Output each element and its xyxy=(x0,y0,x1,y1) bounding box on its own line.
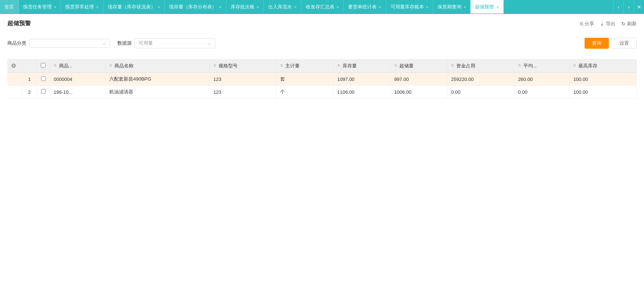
nav-item-inventory-status[interactable]: 现存量（库存状况表） × xyxy=(103,0,165,14)
export-label: 导出 xyxy=(606,21,615,27)
page-title: 超储预警 xyxy=(7,20,31,27)
row-avg-0: 260.00 xyxy=(514,73,570,86)
nav-arrow-left[interactable]: ‹ xyxy=(613,0,623,14)
nav-close-inventory-dist[interactable]: × xyxy=(219,5,221,9)
th-spec[interactable]: ⇅ 规格型号 xyxy=(209,59,277,73)
filter-actions: 查询 设置 xyxy=(585,38,637,49)
datasource-label: 数据源 xyxy=(117,40,132,47)
nav-close-overstock-warning[interactable]: × xyxy=(496,5,498,9)
nav-label-inventory-status: 现存量（库存状况表） xyxy=(108,4,155,10)
th-capital-label: 资金占用 xyxy=(456,63,475,69)
nav-close-inventory-status[interactable]: × xyxy=(158,5,160,9)
nav-label-home: 首页 xyxy=(4,4,14,10)
row-max-stock-1: 100.00 xyxy=(570,86,637,99)
th-unit[interactable]: ⇅ 主计量 xyxy=(277,59,333,73)
th-max-stock[interactable]: ⇅ 最高库存 xyxy=(570,59,637,73)
th-product-code-label: 商品... xyxy=(59,63,73,69)
nav-item-in-out-flow[interactable]: 出入库流水 × xyxy=(264,0,301,14)
sort-icon-overstock: ⇅ xyxy=(394,64,397,67)
page-container: 超储预警 ⎘ 分享 ⇣ 导出 ↻ 刷新 商品分类 ⌄ 数据源 xyxy=(0,14,644,293)
th-product-code[interactable]: ⇅ 商品... xyxy=(50,59,106,73)
sort-icon-spec: ⇅ xyxy=(213,64,216,67)
export-button[interactable]: ⇣ 导出 xyxy=(600,21,615,27)
nav-label-available-account: 可用量库存账本 xyxy=(391,4,424,10)
nav-close-available-account[interactable]: × xyxy=(426,5,428,9)
nav-item-home[interactable]: 首页 xyxy=(0,0,19,14)
nav-item-batch-account[interactable]: 库存批次账 × xyxy=(226,0,264,14)
th-product-name-label: 商品名称 xyxy=(114,63,133,69)
row-overstock-1: 1006.00 xyxy=(390,86,447,99)
row-overstock-0: 997.00 xyxy=(390,73,447,86)
sort-icon-product-code: ⇅ xyxy=(54,64,57,67)
share-label: 分享 xyxy=(585,21,594,27)
datasource-dropdown-icon: ⌄ xyxy=(208,41,211,46)
table-header-row: ⚙ ⇅ 商品... ⇅ 商品名称 xyxy=(7,59,637,73)
nav-item-order-stats[interactable]: 要货单统计表 × xyxy=(344,0,386,14)
nav-item-task-mgmt[interactable]: 拣货任务管理 × xyxy=(19,0,61,14)
sort-icon-max-stock: ⇅ xyxy=(573,64,576,67)
row-seq-0: 1 xyxy=(22,73,37,86)
row-product-name-0: 六配套新昌490BPG xyxy=(106,73,210,86)
th-avg[interactable]: ⇅ 平均... xyxy=(514,59,570,73)
nav-item-inventory-dist[interactable]: 现存量（库存分布表） × xyxy=(165,0,226,14)
table-body: 1 0000004 六配套新昌490BPG 123 套 1097.00 997.… xyxy=(7,73,637,99)
category-select[interactable]: ⌄ xyxy=(29,39,110,48)
category-filter: 商品分类 ⌄ xyxy=(7,39,110,48)
refresh-button[interactable]: ↻ 刷新 xyxy=(621,21,637,27)
nav-close-order-stats[interactable]: × xyxy=(379,5,381,9)
nav-close-batch-account[interactable]: × xyxy=(257,5,259,9)
sort-icon-avg: ⇅ xyxy=(518,64,521,67)
th-max-stock-label: 最高库存 xyxy=(578,63,597,69)
row-avg-1: 0.00 xyxy=(514,86,570,99)
th-stock[interactable]: ⇅ 库存量 xyxy=(333,59,390,73)
nav-close-in-out-flow[interactable]: × xyxy=(294,5,296,9)
table-row: 2 186-10... 机油滤清器 123 个 1106.00 1006.00 … xyxy=(7,86,637,99)
nav-label-abnormal: 拣货异常处理 xyxy=(65,4,94,10)
share-button[interactable]: ⎘ 分享 xyxy=(580,21,594,27)
nav-close-collect-summary[interactable]: × xyxy=(337,5,339,9)
sort-icon-stock: ⇅ xyxy=(337,64,340,67)
th-stock-label: 库存量 xyxy=(343,63,357,69)
table-row: 1 0000004 六配套新昌490BPG 123 套 1097.00 997.… xyxy=(7,73,637,86)
nav-close-abnormal[interactable]: × xyxy=(96,5,98,9)
share-icon: ⎘ xyxy=(580,21,583,27)
refresh-label: 刷新 xyxy=(627,21,637,27)
sort-icon-product-name: ⇅ xyxy=(109,64,112,67)
th-settings: ⚙ xyxy=(7,59,22,73)
row-check-0[interactable] xyxy=(41,76,46,81)
datasource-select-value: 可用量 xyxy=(139,40,153,47)
top-navigation: 首页 拣货任务管理 × 拣货异常处理 × 现存量（库存状况表） × 现存量（库存… xyxy=(0,0,644,14)
row-check-1[interactable] xyxy=(41,89,46,94)
nav-arrow-close[interactable]: ✕ xyxy=(634,0,644,14)
nav-label-order-stats: 要货单统计表 xyxy=(348,4,377,10)
nav-item-collect-summary[interactable]: 收发存汇总表 × xyxy=(301,0,344,14)
th-spec-label: 规格型号 xyxy=(219,63,238,69)
select-all-checkbox[interactable] xyxy=(41,63,45,68)
nav-label-collect-summary: 收发存汇总表 xyxy=(306,4,334,10)
settings-button[interactable]: 设置 xyxy=(612,38,637,49)
nav-arrows-container: ‹ › ✕ xyxy=(613,0,644,14)
row-product-code-1: 186-10... xyxy=(50,86,106,99)
refresh-icon: ↻ xyxy=(621,21,626,27)
th-capital[interactable]: ⇅ 资金占用 xyxy=(447,59,515,73)
nav-item-overstock-warning[interactable]: 超储预警 × xyxy=(471,0,503,14)
nav-label-in-out-flow: 出入库流水 xyxy=(268,4,292,10)
row-seq-1: 2 xyxy=(22,86,37,99)
page-header: 超储预警 ⎘ 分享 ⇣ 导出 ↻ 刷新 xyxy=(7,20,637,27)
nav-item-abnormal[interactable]: 拣货异常处理 × xyxy=(61,0,103,14)
nav-close-expiry-check[interactable]: × xyxy=(464,5,466,9)
row-capital-1: 0.00 xyxy=(447,86,515,99)
th-overstock[interactable]: ⇅ 超储量 xyxy=(390,59,447,73)
th-avg-label: 平均... xyxy=(523,63,537,69)
row-spec-0: 123 xyxy=(209,73,277,86)
settings-gear-icon[interactable]: ⚙ xyxy=(11,63,16,69)
nav-arrow-right[interactable]: › xyxy=(623,0,634,14)
nav-close-task-mgmt[interactable]: × xyxy=(54,5,56,9)
th-product-name[interactable]: ⇅ 商品名称 xyxy=(106,59,210,73)
nav-item-expiry-check[interactable]: 保质期查询 × xyxy=(433,0,471,14)
nav-item-available-account[interactable]: 可用量库存账本 × xyxy=(386,0,433,14)
query-button[interactable]: 查询 xyxy=(585,38,609,49)
th-unit-label: 主计量 xyxy=(285,63,300,69)
datasource-select[interactable]: 可用量 ⌄ xyxy=(135,38,215,48)
nav-label-inventory-dist: 现存量（库存分布表） xyxy=(169,4,217,10)
